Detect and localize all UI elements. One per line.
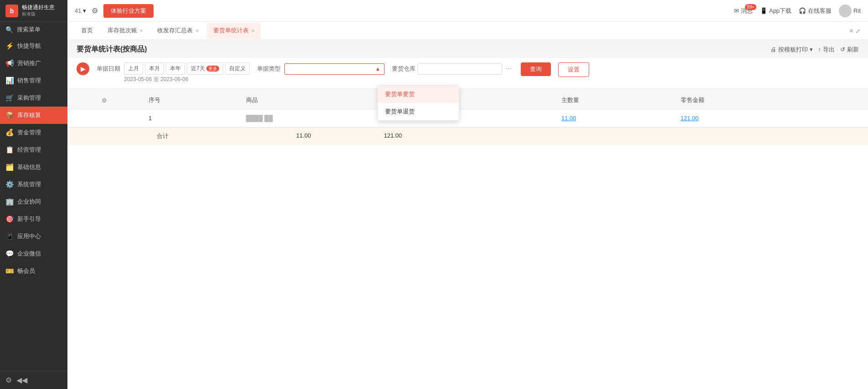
amount-link[interactable]: 121.00 — [681, 115, 699, 122]
type-input-wrapper[interactable]: ▲ — [284, 63, 385, 75]
sidebar-item-inventory[interactable]: 📦 库存核算 — [0, 107, 67, 124]
app-icon: 📱 — [760, 7, 767, 14]
query-button[interactable]: 查询 — [521, 62, 551, 76]
sidebar-item-member[interactable]: 🎫 畅会员 — [0, 262, 67, 280]
more-filters-icon[interactable]: ··· — [504, 65, 514, 73]
page-header: 要货单统计表(按商品) 🖨 按模板打印 ▾ ↑ 导出 ↺ 刷新 — [67, 40, 868, 58]
dropdown-item-order-purchase[interactable]: 要货单要货 — [378, 86, 459, 103]
date-btn-last-month[interactable]: 上月 — [124, 62, 143, 75]
sidebar-item-label: 采购管理 — [17, 94, 41, 102]
col-index: 序号 — [141, 92, 239, 109]
date-filter: 单据日期 上月 本月 本年 近7天 更多 自定义 2023-05-06 至 20… — [97, 62, 250, 83]
type-input[interactable] — [288, 66, 375, 72]
data-table: ⚙ 序号 商品 主计量单位 主数量 零售金额 1 ████ ██ — [67, 92, 868, 127]
settings-icon[interactable]: ⚙ — [5, 376, 12, 384]
sidebar-item-app-center[interactable]: 📱 应用中心 — [0, 228, 67, 245]
col-goods: 商品 — [239, 92, 391, 109]
footer-amount: 121.00 — [348, 132, 402, 140]
sidebar-item-label: 销售管理 — [17, 77, 41, 85]
trial-button[interactable]: 体验行业方案 — [103, 4, 154, 18]
filter-settings-button[interactable]: 设置 — [558, 62, 589, 77]
sidebar-item-marketing[interactable]: 📢 营销推广 — [0, 55, 67, 72]
dropdown-item-order-return[interactable]: 要货单退货 — [378, 103, 459, 120]
filter-expand-button[interactable]: ▶ — [77, 62, 89, 75]
type-chevron-up-icon[interactable]: ▲ — [375, 66, 380, 72]
sidebar-item-enterprise[interactable]: 🏢 企业协同 — [0, 193, 67, 210]
more-badge: 更多 — [206, 66, 219, 72]
system-icon: ⚙️ — [5, 180, 14, 189]
tab-receive-label: 收发存汇总表 — [157, 26, 193, 35]
sidebar-item-operations[interactable]: 📋 经营管理 — [0, 141, 67, 159]
tab-order-stat[interactable]: 要货单统计表 × — [207, 23, 261, 39]
sidebar-item-system[interactable]: ⚙️ 系统管理 — [0, 176, 67, 193]
col-settings[interactable]: ⚙ — [67, 92, 141, 109]
sidebar-item-label: 经营管理 — [17, 146, 41, 154]
refresh-icon: ↺ — [840, 46, 845, 53]
qty-link[interactable]: 11.00 — [561, 115, 576, 122]
row-qty: 11.00 — [554, 109, 673, 127]
row-settings — [67, 109, 141, 127]
row-extra — [814, 109, 868, 127]
tab-home-label: 首页 — [81, 26, 93, 35]
sidebar-item-guide[interactable]: 🎯 新手引导 — [0, 210, 67, 228]
tab-batch-close[interactable]: × — [140, 28, 143, 33]
warehouse-filter-label: 要货仓库 — [392, 62, 416, 75]
warehouse-filter: 要货仓库 ··· — [392, 62, 514, 75]
store-number: 41 — [75, 7, 81, 14]
export-btn[interactable]: ↑ 导出 — [818, 46, 835, 54]
print-label: 按模板打印 — [778, 46, 808, 54]
print-btn[interactable]: 🖨 按模板打印 ▾ — [770, 46, 813, 54]
close-all-tabs[interactable]: × — [849, 27, 853, 35]
expand-tabs[interactable]: ⤢ — [855, 27, 861, 35]
dropdown-item-label: 要货单要货 — [385, 91, 415, 97]
messages-btn[interactable]: ✉ 消息 99+ — [734, 7, 753, 15]
sidebar-bottom: ⚙ ◀◀ — [0, 371, 67, 389]
date-btn-7days[interactable]: 近7天 更多 — [187, 62, 223, 75]
store-selector[interactable]: 41 ▾ — [75, 7, 86, 14]
print-icon: 🖨 — [770, 46, 776, 53]
sidebar-item-basic[interactable]: 🗂️ 基础信息 — [0, 159, 67, 176]
online-service-btn[interactable]: 🎧 在线客服 — [799, 7, 832, 15]
topbar: 41 ▾ ⚙ 体验行业方案 ✉ 消息 99+ 📱 App下载 🎧 在线客服 R — [67, 0, 868, 22]
topbar-gear-icon[interactable]: ⚙ — [92, 6, 98, 15]
tab-receive-close[interactable]: × — [195, 28, 198, 33]
search-menu[interactable]: 🔍 搜索菜单 — [0, 22, 67, 37]
sidebar-logo: b 畅捷通好生意 标准版 — [0, 0, 67, 22]
user-avatar[interactable]: Rit — [839, 5, 861, 17]
sidebar-item-wechat[interactable]: 💬 企业微信 — [0, 245, 67, 262]
message-icon: ✉ — [734, 7, 739, 14]
operations-icon: 📋 — [5, 146, 14, 154]
refresh-label: 刷新 — [847, 46, 859, 54]
data-table-container: ⚙ 序号 商品 主计量单位 主数量 零售金额 1 ████ ██ — [67, 92, 868, 389]
date-btn-custom[interactable]: 自定义 — [225, 62, 250, 75]
date-btn-this-year[interactable]: 本年 — [166, 62, 185, 75]
tab-order-stat-close[interactable]: × — [252, 28, 254, 33]
sidebar-item-finance[interactable]: 💰 资金管理 — [0, 124, 67, 141]
type-filter-label: 单据类型 — [257, 62, 281, 75]
tab-home[interactable]: 首页 — [75, 23, 99, 39]
tab-receive[interactable]: 收发存汇总表 × — [151, 23, 205, 39]
sidebar-item-label: 新手引导 — [17, 215, 41, 223]
app-label: App下载 — [769, 7, 791, 15]
collapse-icon[interactable]: ◀◀ — [16, 376, 27, 384]
sidebar-item-quick-nav[interactable]: ⚡ 快捷导航 — [0, 37, 67, 55]
service-label: 在线客服 — [808, 7, 832, 15]
date-btn-this-month[interactable]: 本月 — [145, 62, 164, 75]
brand-sub: 标准版 — [22, 11, 55, 17]
user-name: Rit — [853, 7, 861, 14]
sidebar-item-sales[interactable]: 📊 销售管理 — [0, 72, 67, 89]
sidebar-item-label: 畅会员 — [17, 267, 35, 275]
footer-qty: 11.00 — [260, 132, 311, 140]
refresh-btn[interactable]: ↺ 刷新 — [840, 46, 859, 54]
tab-batch[interactable]: 库存批次账 × — [101, 23, 149, 39]
quick-nav-icon: ⚡ — [5, 42, 14, 50]
app-download-btn[interactable]: 📱 App下载 — [760, 7, 791, 15]
search-menu-label: 搜索菜单 — [17, 26, 41, 34]
guide-icon: 🎯 — [5, 215, 14, 223]
sidebar-nav: ⚡ 快捷导航 📢 营销推广 📊 销售管理 🛒 采购管理 📦 库存核算 💰 资金管… — [0, 37, 67, 371]
wechat-icon: 💬 — [5, 250, 14, 258]
sidebar-item-label: 系统管理 — [17, 180, 41, 189]
basic-icon: 🗂️ — [5, 163, 14, 171]
warehouse-input[interactable] — [417, 63, 502, 75]
sidebar-item-purchase[interactable]: 🛒 采购管理 — [0, 89, 67, 107]
